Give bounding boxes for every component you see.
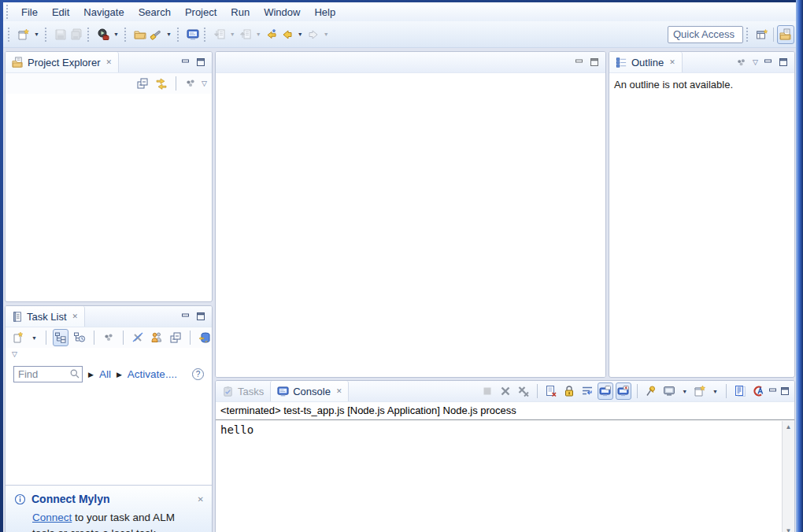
minimize-icon[interactable] bbox=[181, 312, 191, 321]
terminate-button[interactable] bbox=[479, 382, 495, 400]
menu-item-window[interactable]: Window bbox=[257, 2, 307, 21]
toolbar-grip[interactable] bbox=[177, 28, 181, 42]
tab-tasks[interactable]: Tasks bbox=[216, 381, 270, 401]
scheduled-view-button[interactable] bbox=[72, 329, 87, 346]
forward-dropdown[interactable]: ▼ bbox=[321, 31, 331, 37]
synchronize-button[interactable] bbox=[197, 329, 213, 346]
minimize-icon[interactable] bbox=[575, 57, 584, 67]
toolbar-grip[interactable] bbox=[124, 28, 128, 42]
show-stdout-console-button[interactable] bbox=[598, 382, 613, 400]
maximize-icon[interactable] bbox=[780, 386, 790, 396]
show-stderr-console-button[interactable] bbox=[616, 382, 631, 400]
forward-button[interactable] bbox=[305, 25, 321, 44]
close-icon[interactable]: ✕ bbox=[668, 58, 675, 66]
help-icon[interactable]: ? bbox=[192, 368, 204, 380]
maximize-icon[interactable] bbox=[196, 57, 205, 67]
save-button[interactable] bbox=[53, 25, 68, 44]
view-menu-chevron-icon[interactable]: ▽ bbox=[202, 80, 207, 87]
new-task-button[interactable] bbox=[10, 329, 26, 346]
tab-console[interactable]: Console ✕ bbox=[270, 381, 349, 401]
search-dropdown[interactable]: ▼ bbox=[164, 31, 174, 37]
tab-task-list[interactable]: Task List ✕ bbox=[6, 306, 85, 327]
new-task-dropdown[interactable]: ▼ bbox=[29, 335, 39, 341]
view-menu-chevron-icon[interactable]: ▽ bbox=[753, 59, 758, 66]
display-console-button[interactable] bbox=[661, 382, 677, 400]
link-with-editor-button[interactable] bbox=[154, 75, 169, 92]
toolbar-grip[interactable] bbox=[204, 28, 208, 42]
format-button[interactable] bbox=[732, 382, 748, 400]
remove-launch-button[interactable] bbox=[498, 382, 513, 400]
menu-item-help[interactable]: Help bbox=[307, 2, 342, 21]
tab-project-explorer[interactable]: Project Explorer ✕ bbox=[6, 52, 119, 72]
console-scrollbar[interactable]: ▲ ▼ bbox=[782, 421, 794, 532]
toolbar-grip[interactable] bbox=[87, 28, 91, 42]
last-edit-location-button[interactable] bbox=[264, 25, 279, 44]
open-perspective-button[interactable] bbox=[754, 25, 770, 44]
back-button[interactable] bbox=[279, 25, 295, 44]
open-folder-button[interactable] bbox=[132, 25, 148, 44]
activate-task-link[interactable]: Activate.... bbox=[128, 368, 177, 380]
scroll-lock-button[interactable] bbox=[561, 382, 577, 400]
close-icon[interactable]: ✕ bbox=[104, 58, 112, 66]
maximize-icon[interactable] bbox=[196, 312, 205, 321]
back-dropdown[interactable]: ▼ bbox=[295, 31, 305, 37]
open-console-button[interactable] bbox=[185, 25, 201, 44]
focus-workweek-button[interactable] bbox=[149, 329, 165, 346]
maximize-icon[interactable] bbox=[590, 57, 599, 67]
close-icon[interactable]: ✕ bbox=[71, 312, 79, 320]
focus-task-button[interactable] bbox=[183, 75, 198, 92]
quick-access-input[interactable] bbox=[668, 26, 743, 43]
search-button[interactable] bbox=[148, 25, 164, 44]
dots-icon[interactable] bbox=[735, 57, 747, 68]
run-external-tools-button[interactable] bbox=[95, 25, 111, 44]
tab-outline[interactable]: Outline ✕ bbox=[609, 52, 683, 72]
open-new-console-button[interactable] bbox=[692, 382, 708, 400]
scroll-down-icon[interactable]: ▼ bbox=[786, 527, 792, 532]
menu-item-file[interactable]: File bbox=[14, 2, 45, 21]
collapse-all-button[interactable] bbox=[135, 75, 150, 92]
collapse-all-button[interactable] bbox=[168, 329, 183, 346]
expand-arrow-icon[interactable]: ▶ bbox=[88, 371, 94, 379]
toolbar-overflow-chevron-icon[interactable]: ▽ bbox=[12, 351, 17, 358]
hide-completed-button[interactable] bbox=[130, 329, 146, 346]
run-external-tools-dropdown[interactable]: ▼ bbox=[111, 31, 121, 37]
task-list-content[interactable] bbox=[6, 387, 212, 466]
clear-console-button[interactable] bbox=[543, 382, 559, 400]
close-icon[interactable]: ✕ bbox=[198, 495, 204, 504]
categorized-view-button[interactable] bbox=[53, 329, 68, 346]
mylyn-connect-link[interactable]: Connect bbox=[32, 512, 72, 523]
remove-all-launches-button[interactable] bbox=[516, 382, 531, 400]
new-wizard-dropdown[interactable]: ▼ bbox=[31, 31, 42, 37]
toolbar-grip[interactable] bbox=[746, 28, 750, 42]
console-output-area[interactable]: hello ▲ ▼ bbox=[216, 421, 794, 532]
ansi-console-button[interactable] bbox=[750, 382, 766, 400]
expand-arrow-icon[interactable]: ▶ bbox=[117, 371, 122, 379]
editor-area-content[interactable] bbox=[216, 73, 605, 378]
project-explorer-tree[interactable] bbox=[6, 94, 212, 298]
display-console-dropdown[interactable]: ▼ bbox=[679, 389, 690, 394]
pin-console-button[interactable] bbox=[643, 382, 659, 400]
maximize-icon[interactable] bbox=[779, 57, 788, 67]
previous-annotation-dropdown[interactable]: ▼ bbox=[253, 31, 264, 37]
scroll-up-icon[interactable]: ▲ bbox=[786, 423, 792, 430]
task-view-menu-button[interactable] bbox=[101, 329, 117, 346]
open-new-console-dropdown[interactable]: ▼ bbox=[710, 389, 720, 394]
toolbar-grip[interactable] bbox=[8, 28, 12, 42]
resource-perspective-button[interactable] bbox=[777, 25, 794, 44]
menu-item-navigate[interactable]: Navigate bbox=[76, 2, 131, 21]
menu-item-edit[interactable]: Edit bbox=[45, 2, 76, 21]
close-icon[interactable]: ✕ bbox=[335, 387, 342, 395]
menu-item-project[interactable]: Project bbox=[178, 2, 224, 21]
minimize-icon[interactable] bbox=[768, 386, 778, 396]
minimize-icon[interactable] bbox=[764, 57, 773, 67]
new-wizard-button[interactable] bbox=[16, 25, 31, 44]
menu-item-search[interactable]: Search bbox=[131, 2, 178, 21]
filter-all-link[interactable]: All bbox=[99, 368, 111, 380]
next-annotation-button[interactable] bbox=[212, 25, 228, 44]
toolbar-grip[interactable] bbox=[45, 28, 49, 42]
previous-annotation-button[interactable] bbox=[238, 25, 253, 44]
next-annotation-dropdown[interactable]: ▼ bbox=[228, 31, 238, 37]
word-wrap-button[interactable] bbox=[579, 382, 595, 400]
save-all-button[interactable] bbox=[68, 25, 84, 44]
menu-grip[interactable] bbox=[6, 5, 10, 19]
